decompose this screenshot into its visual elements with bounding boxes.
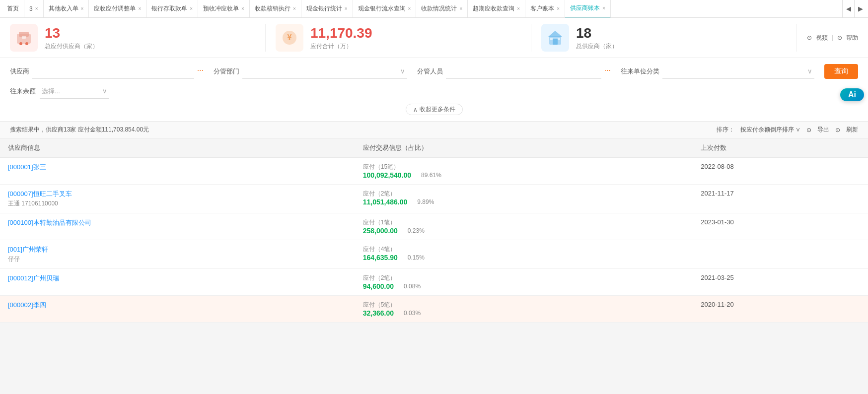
- txn-cell-3: 应付（4笔）164,635.900.15%: [355, 240, 693, 269]
- data-table: 供应商信息 应付交易信息（占比） 上次付数 [000001]张三应付（15笔）1…: [0, 138, 868, 323]
- svg-point-2: [19, 42, 22, 45]
- supplier-link-3[interactable]: [001]广州荣轩: [8, 246, 48, 253]
- summary-bar: 13 总应付供应商（家） ¥ 11,170.39 应付合计（万） 1: [0, 18, 868, 58]
- supplier-link-1[interactable]: [000007]恒旺二手叉车: [8, 190, 72, 197]
- nav-tab-7[interactable]: 现金银行统计×: [301, 0, 353, 18]
- nav-tab-10[interactable]: 超期应收款查询×: [468, 0, 525, 18]
- category-select[interactable]: ∨: [662, 64, 814, 79]
- refresh-icon: ⊙: [835, 127, 840, 133]
- nav-tab-6[interactable]: 收款核销执行×: [250, 0, 301, 18]
- supplier-dots[interactable]: ···: [197, 66, 204, 75]
- amount-2[interactable]: 258,000.00: [363, 227, 398, 235]
- table-row: [000007]恒旺二手叉车王通 17106110000应付（2笔）11,051…: [0, 185, 868, 213]
- dept-select[interactable]: ∨: [242, 64, 407, 79]
- nav-tab-close-1[interactable]: ×: [35, 6, 38, 11]
- dept-filter-label: 分管部门: [214, 67, 239, 76]
- refresh-button[interactable]: 刷新: [846, 126, 858, 134]
- payable-amount-value: 11,170.39: [310, 25, 372, 42]
- payable-suppliers-content: 13 总应付供应商（家）: [45, 25, 98, 51]
- nav-tab-close-7[interactable]: ×: [345, 6, 348, 11]
- nav-tab-9[interactable]: 收款情况统计×: [416, 0, 468, 18]
- total-suppliers-label: 总供应商（家）: [576, 42, 618, 51]
- percent-0: 89.61%: [411, 172, 441, 179]
- category-filter-label: 往来单位分类: [621, 67, 659, 76]
- amount-icon: ¥: [276, 24, 303, 52]
- nav-tab-close-6[interactable]: ×: [293, 6, 296, 11]
- nav-tab-2[interactable]: 其他收入单×: [44, 0, 89, 18]
- balance-select[interactable]: 选择... ∨: [40, 84, 109, 99]
- table-row: [001]广州荣轩仔仔应付（4笔）164,635.900.15%: [0, 240, 868, 269]
- last-date-cell-2: 2023-01-30: [693, 213, 868, 240]
- payable-amount-content: 11,170.39 应付合计（万）: [310, 25, 372, 51]
- filter-row-2: 往来余额 选择... ∨: [10, 84, 858, 99]
- balance-filter-label: 往来余额: [10, 87, 36, 96]
- export-icon: ⊙: [806, 127, 811, 133]
- supplier-cell-4: [000012]广州贝瑞: [0, 269, 355, 296]
- person-dots[interactable]: ···: [604, 66, 611, 75]
- person-input[interactable]: [446, 64, 601, 79]
- supplier-link-2[interactable]: [000100]本特勤油品有限公司: [8, 219, 91, 226]
- help-link[interactable]: 帮助: [846, 34, 858, 42]
- percent-2: 0.23%: [398, 227, 425, 234]
- nav-tab-close-4[interactable]: ×: [190, 6, 193, 11]
- amount-3[interactable]: 164,635.90: [363, 254, 398, 262]
- export-button[interactable]: 导出: [817, 126, 829, 134]
- result-info: 搜索结果中，供应商13家 应付金额111,703,854.00元: [10, 126, 149, 134]
- nav-tab-0[interactable]: 首页: [2, 0, 24, 18]
- supplier-link-0[interactable]: [000001]张三: [8, 163, 46, 171]
- nav-tab-5[interactable]: 预收冲应收单×: [198, 0, 250, 18]
- sort-value[interactable]: 按应付余额倒序排序 ∨: [740, 126, 800, 134]
- supplier-input[interactable]: [32, 64, 194, 79]
- amount-1[interactable]: 11,051,486.00: [363, 198, 408, 206]
- nav-tab-4[interactable]: 银行存取款单×: [146, 0, 198, 18]
- top-right-links: ⊙ 视频 | ⊙ 帮助: [797, 34, 858, 42]
- nav-left-arrow[interactable]: ◀: [842, 0, 854, 18]
- percent-4: 0.08%: [394, 283, 421, 290]
- summary-payable-amount: ¥ 11,170.39 应付合计（万）: [266, 24, 531, 52]
- supplier-cell-0: [000001]张三: [0, 158, 355, 185]
- payable-suppliers-count: 13: [45, 25, 98, 42]
- amount-4[interactable]: 94,600.00: [363, 282, 394, 290]
- nav-right-arrow[interactable]: ▶: [854, 0, 866, 18]
- txn-cell-2: 应付（1笔）258,000.000.23%: [355, 213, 693, 240]
- supplier-link-5[interactable]: [000002]李四: [8, 301, 46, 309]
- nav-tab-1[interactable]: 3×: [24, 0, 44, 18]
- nav-tab-8[interactable]: 现金银行流水查询×: [353, 0, 417, 18]
- supplier-cell-3: [001]广州荣轩仔仔: [0, 240, 355, 269]
- nav-tab-close-12[interactable]: ×: [602, 5, 605, 11]
- sort-label: 排序：: [717, 126, 734, 134]
- nav-tab-3[interactable]: 应收应付调整单×: [89, 0, 146, 18]
- video-link[interactable]: 视频: [816, 34, 828, 42]
- query-button[interactable]: 查询: [824, 64, 858, 79]
- nav-tab-close-11[interactable]: ×: [557, 6, 560, 11]
- svg-marker-8: [548, 31, 562, 37]
- amount-0[interactable]: 100,092,540.00: [363, 171, 411, 179]
- supplier-cell-5: [000002]李四: [0, 296, 355, 323]
- last-date-cell-5: 2020-11-20: [693, 296, 868, 323]
- nav-tab-close-3[interactable]: ×: [138, 6, 141, 11]
- supplier-link-4[interactable]: [000012]广州贝瑞: [8, 274, 59, 282]
- nav-tab-close-8[interactable]: ×: [408, 6, 411, 11]
- last-date-cell-0: 2022-08-08: [693, 158, 868, 185]
- person-filter-label: 分管人员: [417, 67, 443, 76]
- supplier-cell-2: [000100]本特勤油品有限公司: [0, 213, 355, 240]
- collapse-button[interactable]: ∧ 收起更多条件: [406, 104, 463, 115]
- nav-tab-close-10[interactable]: ×: [517, 6, 520, 11]
- ai-badge[interactable]: Ai: [840, 88, 864, 101]
- th-supplier-info: 供应商信息: [0, 138, 355, 158]
- nav-tab-close-9[interactable]: ×: [459, 6, 462, 11]
- percent-1: 9.89%: [407, 198, 434, 205]
- balance-placeholder: 选择...: [42, 87, 60, 96]
- svg-rect-4: [22, 36, 26, 39]
- filter-supplier: 供应商 ···: [10, 64, 204, 79]
- nav-tab-close-2[interactable]: ×: [81, 6, 84, 11]
- amount-5[interactable]: 32,366.00: [363, 309, 394, 317]
- summary-payable-suppliers: 13 总应付供应商（家）: [10, 24, 266, 52]
- th-last-date: 上次付数: [693, 138, 868, 158]
- txn-cell-4: 应付（2笔）94,600.000.08%: [355, 269, 693, 296]
- nav-tab-close-5[interactable]: ×: [241, 6, 244, 11]
- nav-tab-12[interactable]: 供应商账本×: [565, 0, 611, 18]
- nav-tab-11[interactable]: 客户账本×: [525, 0, 565, 18]
- total-suppliers-content: 18 总供应商（家）: [576, 25, 618, 51]
- supplier-cell-1: [000007]恒旺二手叉车王通 17106110000: [0, 185, 355, 213]
